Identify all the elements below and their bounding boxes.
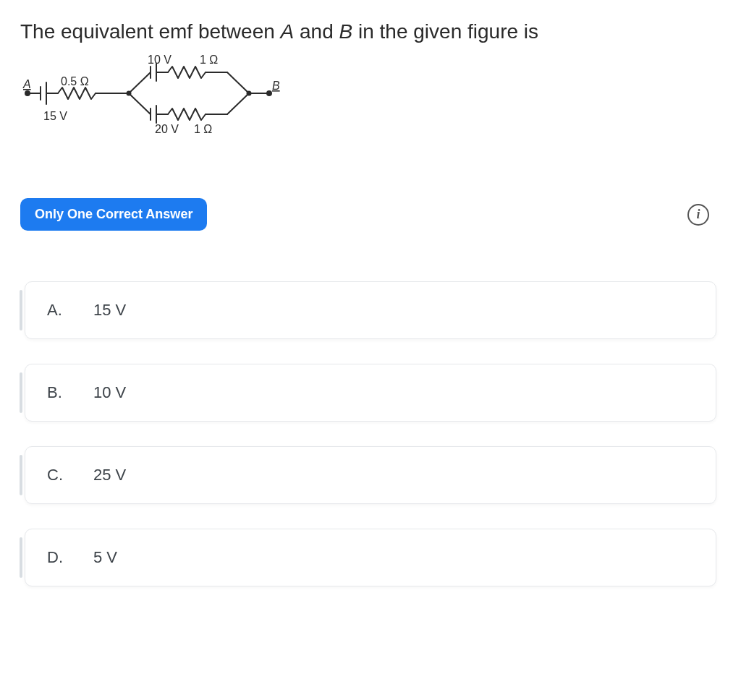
question-text: The equivalent emf between A and B in th… bbox=[20, 20, 721, 43]
option-text: 25 V bbox=[93, 466, 126, 485]
question-var-b: B bbox=[339, 20, 353, 43]
option-bar bbox=[20, 372, 22, 413]
circuit-top-res: 1 Ω bbox=[200, 54, 218, 66]
options-list: A. 15 V B. 10 V C. 25 V D. 5 V bbox=[20, 281, 721, 586]
svg-line-18 bbox=[227, 93, 249, 114]
circuit-bottom-res: 1 Ω bbox=[194, 123, 212, 135]
circuit-terminal-b: B bbox=[272, 80, 280, 92]
option-bar bbox=[20, 455, 22, 495]
svg-line-13 bbox=[129, 93, 151, 114]
option-b[interactable]: B. 10 V bbox=[25, 364, 716, 422]
badge-row: Only One Correct Answer i bbox=[20, 198, 721, 231]
svg-point-21 bbox=[267, 91, 271, 95]
circuit-diagram: A B 0.5 Ω 15 V 10 V 1 Ω 20 V 1 Ω bbox=[20, 54, 721, 155]
option-c[interactable]: C. 25 V bbox=[25, 446, 716, 504]
option-d[interactable]: D. 5 V bbox=[25, 529, 716, 586]
answer-type-badge: Only One Correct Answer bbox=[20, 198, 207, 231]
info-icon[interactable]: i bbox=[687, 204, 709, 226]
option-text: 5 V bbox=[93, 548, 117, 567]
option-bar bbox=[20, 290, 22, 330]
option-letter: A. bbox=[47, 301, 67, 320]
info-glyph: i bbox=[696, 207, 700, 222]
circuit-terminal-a: A bbox=[22, 78, 31, 90]
question-prefix: The equivalent emf between bbox=[20, 20, 281, 43]
svg-line-12 bbox=[227, 72, 249, 93]
option-bar bbox=[20, 537, 22, 578]
option-letter: C. bbox=[47, 466, 67, 485]
circuit-series-emf: 15 V bbox=[43, 110, 67, 122]
question-suffix: in the given figure is bbox=[352, 20, 538, 43]
question-mid: and bbox=[294, 20, 339, 43]
question-var-a: A bbox=[281, 20, 295, 43]
option-text: 15 V bbox=[93, 301, 126, 320]
option-a[interactable]: A. 15 V bbox=[25, 281, 716, 339]
option-text: 10 V bbox=[93, 383, 126, 402]
circuit-top-emf: 10 V bbox=[148, 54, 172, 66]
circuit-svg: A B 0.5 Ω 15 V 10 V 1 Ω 20 V 1 Ω bbox=[20, 54, 310, 155]
circuit-series-res: 0.5 Ω bbox=[61, 75, 89, 88]
circuit-bottom-emf: 20 V bbox=[155, 123, 179, 135]
svg-line-7 bbox=[129, 72, 151, 93]
option-letter: B. bbox=[47, 383, 67, 402]
option-letter: D. bbox=[47, 548, 67, 567]
